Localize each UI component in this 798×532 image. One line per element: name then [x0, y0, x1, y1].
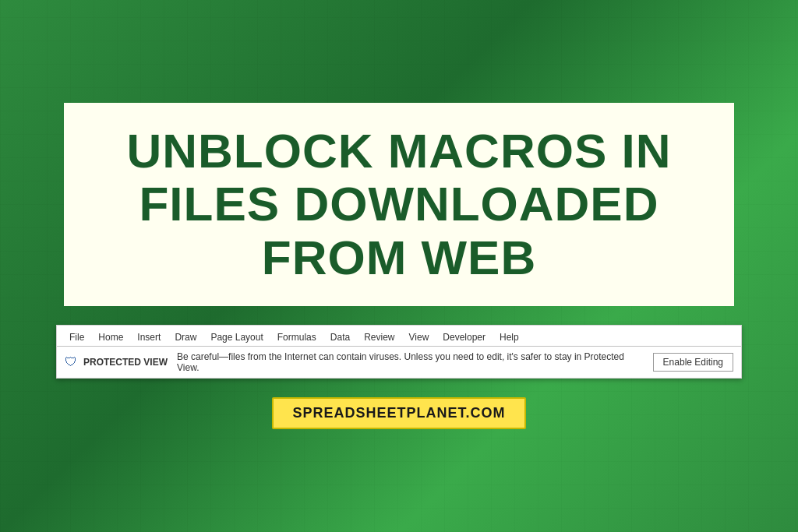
ribbon-tab-file[interactable]: File — [63, 329, 90, 346]
ribbon-tab-view[interactable]: View — [403, 329, 436, 346]
page-title: UNBLOCK MACROS IN FILES DOWNLOADED FROM … — [95, 125, 703, 284]
ribbon-tab-insert[interactable]: Insert — [131, 329, 167, 346]
protected-view-bar: 🛡 PROTECTED VIEW Be careful—files from t… — [57, 347, 741, 378]
ribbon-tab-developer[interactable]: Developer — [436, 329, 492, 346]
title-box: UNBLOCK MACROS IN FILES DOWNLOADED FROM … — [64, 103, 734, 306]
footer-badge: SPREADSHEETPLANET.COM — [272, 397, 525, 429]
ribbon-tab-data[interactable]: Data — [324, 329, 356, 346]
enable-editing-button[interactable]: Enable Editing — [653, 353, 733, 372]
content-wrapper: UNBLOCK MACROS IN FILES DOWNLOADED FROM … — [0, 0, 798, 532]
protected-view-label: PROTECTED VIEW — [83, 357, 168, 368]
ribbon-tab-help[interactable]: Help — [493, 329, 525, 346]
excel-ribbon: FileHomeInsertDrawPage LayoutFormulasDat… — [56, 325, 742, 379]
shield-icon: 🛡 — [65, 355, 77, 369]
ribbon-tab-draw[interactable]: Draw — [168, 329, 203, 346]
footer-text: SPREADSHEETPLANET.COM — [292, 405, 505, 421]
ribbon-tab-home[interactable]: Home — [92, 329, 129, 346]
ribbon-tabs: FileHomeInsertDrawPage LayoutFormulasDat… — [57, 326, 741, 347]
ribbon-tab-review[interactable]: Review — [358, 329, 401, 346]
ribbon-tab-page-layout[interactable]: Page Layout — [204, 329, 269, 346]
ribbon-tab-formulas[interactable]: Formulas — [271, 329, 323, 346]
protected-view-message: Be careful—files from the Internet can c… — [177, 351, 647, 373]
